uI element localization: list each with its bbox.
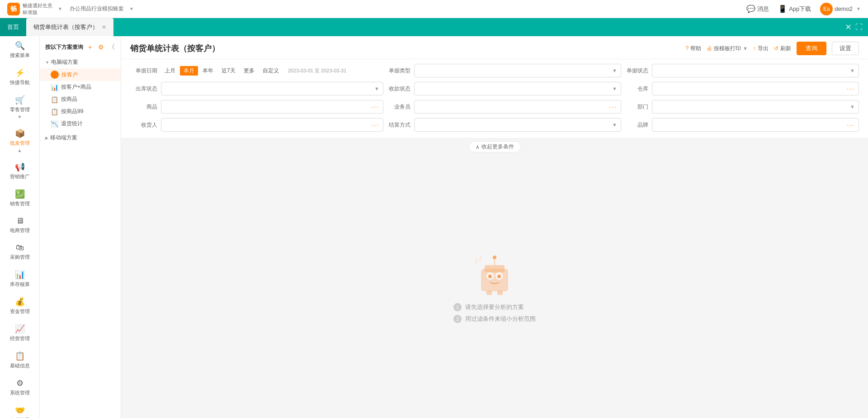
content-area: 销货单统计表（按客户） ? 帮助 🖨 按模板打印 ▼ ↑ 导出 ↺ 刷新 (121, 36, 868, 418)
header-left: 畅 畅捷通好生意 标准版 ▼ 办公用品行业模拟账套 ▼ (7, 2, 134, 15)
sidebar-item-operations[interactable]: 📈 经营管理 (0, 319, 39, 347)
empty-tip-1: 1 请先选择要分析的方案 (453, 303, 536, 311)
out-status-arrow: ▼ (374, 86, 379, 91)
collapse-arrow-icon: ∧ (476, 144, 480, 150)
sidebar-item-basic[interactable]: 📋 基础信息 (0, 347, 39, 374)
user-name-label: demo2 (835, 5, 853, 12)
settlement-select[interactable]: ▼ (414, 118, 621, 132)
sidebar-item-search[interactable]: 🔍 搜索菜单 (0, 36, 39, 63)
brand-select[interactable]: ··· (652, 118, 859, 132)
filter-row-1: 单据日期 上月 本月 本年 近7天 更多 自定义 2023-03-01 至 20… (130, 64, 859, 77)
collapse-bar[interactable]: ∧ 收起更多条件 (121, 138, 868, 155)
app-download-btn[interactable]: 📱 App下载 (778, 5, 811, 13)
doc-type-arrow: ▼ (612, 68, 617, 73)
date-tab-custom[interactable]: 自定义 (259, 66, 283, 76)
help-btn[interactable]: ? 帮助 (685, 45, 701, 52)
collapse-btn[interactable]: ∧ 收起更多条件 (469, 141, 521, 152)
scheme-add-btn[interactable]: + (85, 43, 94, 52)
inventory-icon: 📊 (15, 270, 25, 280)
sidebar-item-system[interactable]: ⚙ 系统管理 (0, 374, 39, 401)
mobile-group-label: 移动端方案 (50, 134, 116, 142)
department-label: 部门 (621, 103, 648, 111)
refresh-label: 刷新 (780, 45, 791, 52)
purchase-icon: 🛍 (16, 243, 24, 252)
warehouse-label: 仓库 (621, 85, 648, 93)
sidebar-item-sales[interactable]: 💹 销售管理 (0, 185, 39, 212)
consignee-select[interactable]: ··· (161, 118, 383, 132)
brand-filter: 品牌 ··· (621, 118, 859, 132)
doc-type-select[interactable]: ▼ (414, 64, 621, 77)
template-print-label: 按模板打印 (714, 45, 741, 52)
sidebar-item-purchase[interactable]: 🛍 采购管理 (0, 238, 39, 265)
scheme-collapse-btn[interactable]: 《 (107, 43, 116, 52)
goods-filter: 商品 ··· (130, 100, 383, 114)
svg-rect-8 (486, 290, 492, 295)
settings-btn[interactable]: 设置 (832, 42, 859, 55)
print-icon: 🖨 (707, 45, 712, 52)
industry-dropdown-arrow[interactable]: ▼ (129, 6, 134, 11)
sidebar-item-finance[interactable]: 💰 资金管理 (0, 292, 39, 319)
refresh-btn[interactable]: ↺ 刷新 (774, 45, 791, 52)
wholesale-expand-arrow: ▲ (18, 148, 22, 153)
receipt-status-select[interactable]: ▼ (414, 82, 621, 95)
goods-select[interactable]: ··· (161, 100, 383, 114)
brand-dots: ··· (847, 121, 855, 128)
date-tab-7days[interactable]: 近7天 (218, 66, 239, 76)
date-tab-this-year[interactable]: 本年 (199, 66, 217, 76)
scheme-item-by-customer-goods[interactable]: 📊 按客户+商品 (40, 81, 121, 93)
export-label: 导出 (758, 45, 769, 52)
scheme-group-mobile-header[interactable]: ▶ 移动端方案 (40, 132, 121, 144)
template-print-btn[interactable]: 🖨 按模板打印 ▼ (707, 45, 748, 52)
sidebar-item-ecom[interactable]: 🖥 电商管理 (0, 212, 39, 238)
svg-point-5 (497, 275, 501, 278)
settlement-arrow: ▼ (612, 122, 617, 128)
date-range-display: 2023-03-01 至 2023-03-31 (288, 67, 347, 74)
scheme-item-by-customer[interactable]: 按客户 (40, 68, 121, 81)
empty-tip-2: 2 用过滤条件来缩小分析范围 (453, 315, 536, 323)
message-btn[interactable]: 💬 消息 (746, 5, 769, 13)
app-dropdown-arrow[interactable]: ▼ (58, 6, 62, 11)
sidebar-item-enterprise[interactable]: 🤝 企业协同 (0, 401, 39, 418)
page-title: 销货单统计表（按客户） (130, 43, 220, 54)
user-area[interactable]: Ea demo2 ▼ (820, 3, 861, 15)
tab-home[interactable]: 首页 (0, 18, 26, 36)
scheme-item-return-stats[interactable]: 📉 退货统计 (40, 118, 121, 130)
sidebar-item-marketing[interactable]: 📢 营销推广 (0, 157, 39, 185)
settlement-filter: 结算方式 ▼ (383, 118, 621, 132)
warehouse-select[interactable]: ··· (652, 82, 859, 95)
window-maximize-btn[interactable]: ⛶ (855, 23, 863, 31)
out-status-select[interactable]: ▼ (161, 82, 383, 95)
tab-close-btn[interactable]: ✕ (102, 24, 106, 30)
window-close-btn[interactable]: ✕ (845, 22, 852, 32)
sidebar-item-quick-nav[interactable]: ⚡ 快捷导航 (0, 63, 39, 90)
svg-rect-9 (497, 290, 503, 295)
date-tab-last-month[interactable]: 上月 (161, 66, 179, 76)
doc-status-select[interactable]: ▼ (652, 64, 859, 77)
filter-row-4: 收货人 ··· 结算方式 ▼ 品牌 (130, 118, 859, 132)
sidebar-item-inventory[interactable]: 📊 库存核算 (0, 265, 39, 292)
department-select[interactable]: ▼ (652, 100, 859, 114)
bar-icon: 📉 (51, 120, 58, 128)
date-tab-this-month[interactable]: 本月 (180, 66, 198, 76)
quick-nav-icon: ⚡ (15, 68, 25, 78)
scheme-group-desktop-header[interactable]: ▼ 电脑端方案 (40, 56, 121, 68)
sidebar-item-retail[interactable]: 🛒 零售管理 ▼ (0, 90, 39, 124)
scheme-group-desktop: ▼ 电脑端方案 按客户 📊 按客户+商品 📋 按商品 📋 按商品99 📉 (40, 56, 121, 130)
date-tab-more[interactable]: 更多 (240, 66, 258, 76)
salesperson-select[interactable]: ··· (414, 100, 621, 114)
scheme-settings-btn[interactable]: ⚙ (96, 43, 105, 52)
doc-type-filter: 单据类型 ▼ (383, 64, 621, 77)
export-btn[interactable]: ↑ 导出 (753, 45, 769, 52)
scheme-item-by-goods-99[interactable]: 📋 按商品99 (40, 105, 121, 118)
salesperson-label: 业务员 (383, 103, 410, 111)
sidebar-item-wholesale[interactable]: 📦 批发管理 ▲ (0, 124, 39, 157)
scheme-item-by-goods[interactable]: 📋 按商品 (40, 93, 121, 105)
svg-point-7 (493, 256, 496, 259)
page-title-row: 销货单统计表（按客户） ? 帮助 🖨 按模板打印 ▼ ↑ 导出 ↺ 刷新 (121, 36, 868, 59)
query-btn[interactable]: 查询 (797, 42, 826, 55)
search-icon: 🔍 (15, 41, 25, 51)
table-icon-2: 📋 (51, 108, 58, 115)
tab-sales-stats[interactable]: 销货单统计表（按客户） ✕ (26, 18, 113, 36)
scheme-group-mobile: ▶ 移动端方案 (40, 132, 121, 144)
operations-icon: 📈 (15, 324, 25, 334)
